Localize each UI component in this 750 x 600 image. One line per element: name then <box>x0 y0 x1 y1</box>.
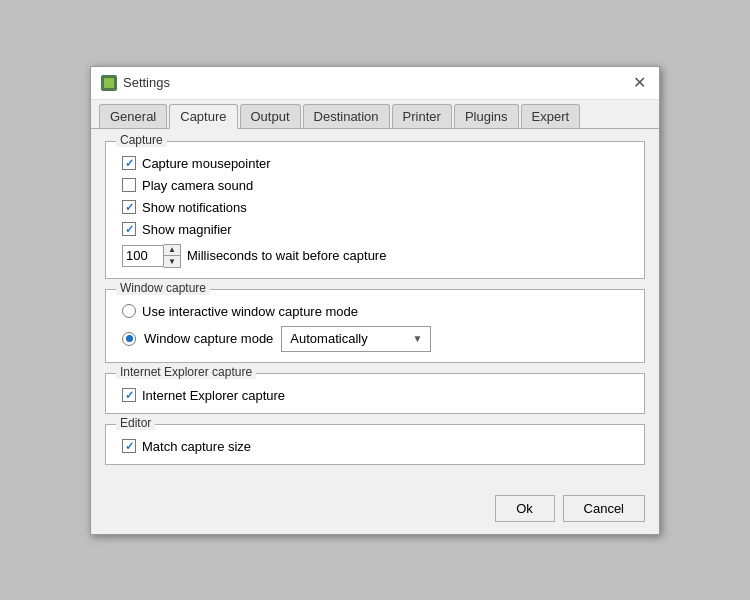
milliseconds-input[interactable] <box>122 245 164 267</box>
tab-output[interactable]: Output <box>240 104 301 128</box>
window-capture-mode-label: Window capture mode <box>144 331 273 346</box>
milliseconds-label: Milliseconds to wait before capture <box>187 248 386 263</box>
capture-section: Capture Capture mousepointer Play camera… <box>105 141 645 279</box>
window-title: Settings <box>123 75 170 90</box>
window-capture-dropdown[interactable]: Automatically ▼ <box>281 326 431 352</box>
capture-mousepointer-row: Capture mousepointer <box>122 156 628 171</box>
tab-printer[interactable]: Printer <box>392 104 452 128</box>
play-camera-sound-label: Play camera sound <box>142 178 253 193</box>
ie-capture-section: Internet Explorer capture Internet Explo… <box>105 373 645 414</box>
window-capture-section: Window capture Use interactive window ca… <box>105 289 645 363</box>
ok-button[interactable]: Ok <box>495 495 555 522</box>
window-capture-section-label: Window capture <box>116 281 210 295</box>
match-capture-size-row: Match capture size <box>122 439 628 454</box>
chevron-down-icon: ▼ <box>412 333 422 344</box>
tab-expert[interactable]: Expert <box>521 104 581 128</box>
match-capture-size-checkbox[interactable] <box>122 439 136 453</box>
interactive-mode-radio[interactable] <box>122 304 136 318</box>
wait-milliseconds-row: ▲ ▼ Milliseconds to wait before capture <box>122 244 628 268</box>
show-magnifier-checkbox[interactable] <box>122 222 136 236</box>
tabs-bar: General Capture Output Destination Print… <box>91 100 659 129</box>
show-notifications-label: Show notifications <box>142 200 247 215</box>
spinner-down-button[interactable]: ▼ <box>164 256 180 267</box>
play-camera-sound-row: Play camera sound <box>122 178 628 193</box>
tab-capture[interactable]: Capture <box>169 104 237 129</box>
match-capture-size-label: Match capture size <box>142 439 251 454</box>
tab-general[interactable]: General <box>99 104 167 128</box>
tab-destination[interactable]: Destination <box>303 104 390 128</box>
ie-capture-row: Internet Explorer capture <box>122 388 628 403</box>
spinner-buttons: ▲ ▼ <box>164 244 181 268</box>
cancel-button[interactable]: Cancel <box>563 495 645 522</box>
show-notifications-row: Show notifications <box>122 200 628 215</box>
ie-capture-section-content: Internet Explorer capture <box>106 374 644 413</box>
milliseconds-spinner[interactable]: ▲ ▼ <box>122 244 181 268</box>
show-magnifier-label: Show magnifier <box>142 222 232 237</box>
window-capture-dropdown-value: Automatically <box>290 331 367 346</box>
interactive-mode-row: Use interactive window capture mode <box>122 304 628 319</box>
window-capture-section-content: Use interactive window capture mode Wind… <box>106 290 644 362</box>
interactive-mode-label: Use interactive window capture mode <box>142 304 358 319</box>
ie-capture-checkbox[interactable] <box>122 388 136 402</box>
spinner-up-button[interactable]: ▲ <box>164 245 180 256</box>
title-bar: Settings ✕ <box>91 67 659 100</box>
capture-mousepointer-label: Capture mousepointer <box>142 156 271 171</box>
close-button[interactable]: ✕ <box>629 73 649 93</box>
ie-capture-label: Internet Explorer capture <box>142 388 285 403</box>
title-bar-left: Settings <box>101 75 170 91</box>
editor-section-label: Editor <box>116 416 155 430</box>
tab-plugins[interactable]: Plugins <box>454 104 519 128</box>
app-icon <box>101 75 117 91</box>
footer: Ok Cancel <box>91 487 659 534</box>
show-magnifier-row: Show magnifier <box>122 222 628 237</box>
window-capture-mode-row: Window capture mode Automatically ▼ <box>122 326 628 352</box>
ie-capture-section-label: Internet Explorer capture <box>116 365 256 379</box>
editor-section-content: Match capture size <box>106 425 644 464</box>
capture-section-content: Capture mousepointer Play camera sound S… <box>106 142 644 278</box>
settings-window: Settings ✕ General Capture Output Destin… <box>90 66 660 535</box>
capture-mousepointer-checkbox[interactable] <box>122 156 136 170</box>
show-notifications-checkbox[interactable] <box>122 200 136 214</box>
window-capture-mode-radio[interactable] <box>122 332 136 346</box>
editor-section: Editor Match capture size <box>105 424 645 465</box>
main-content: Capture Capture mousepointer Play camera… <box>91 129 659 487</box>
capture-section-label: Capture <box>116 133 167 147</box>
play-camera-sound-checkbox[interactable] <box>122 178 136 192</box>
